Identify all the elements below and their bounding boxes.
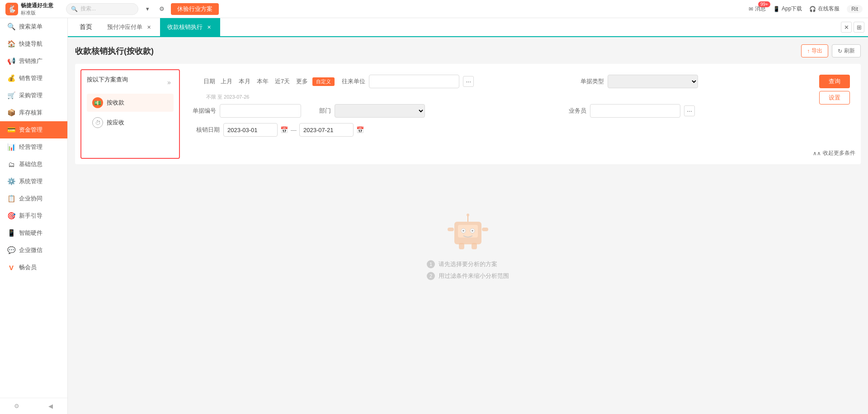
tab-writeoff-close[interactable]: ✕ [205,24,212,31]
counterparty-input[interactable] [369,75,459,88]
user-btn[interactable]: Rit [847,5,863,13]
sidebar-label-purchase: 采购管理 [19,91,42,100]
topbar-settings-btn[interactable]: ⚙ [156,4,167,14]
doctype-label: 单据类型 [580,77,604,86]
docno-form-item: 单据编号 [193,104,301,118]
newbie-icon: 🎯 [7,212,15,220]
date-this-year[interactable]: 本年 [255,76,270,86]
topbar: 🐇 畅捷通好生意 标准版 🔍 搜索... ▾ ⚙ 休验行业方案 ✉ 消息 99+… [0,0,868,18]
hint-num-1: 1 [427,260,435,268]
empty-hint-1: 1 请先选择要分析的方案 [427,260,509,268]
counterparty-ellipsis-btn[interactable]: ··· [463,76,474,87]
date-this-month[interactable]: 本月 [237,76,252,86]
sidebar-label-collab: 企业协同 [19,195,42,203]
writeoff-start-date[interactable]: 2023-03-01 [223,123,278,137]
staff-form-item: 业务员 ··· [564,104,812,118]
filter-option-by-receipt[interactable]: 💵 按收款 [87,94,174,112]
dept-label: 部门 [308,107,331,115]
hint-text-2: 用过滤条件来缩小分析范围 [439,272,509,280]
sidebar-item-purchase[interactable]: 🛒 采购管理 [0,87,67,104]
filter-collapse-btn[interactable]: » [165,78,174,87]
page-actions: ↑ 导出 ↻ 刷新 [801,44,861,57]
sidebar-item-finance[interactable]: 💳 资金管理 [0,121,67,138]
staff-label: 业务员 [564,107,586,115]
collapse-more-label: 收起更多条件 [823,149,855,157]
sidebar-item-newbie[interactable]: 🎯 新手引导 [0,207,67,224]
sidebar-settings-btn[interactable]: ⚙ [0,398,34,414]
sidebar-item-basic[interactable]: 🗂 基础信息 [0,156,67,173]
tab-maximize-btn[interactable]: ⊞ [854,22,864,33]
system-icon: ⚙️ [7,177,15,186]
staff-ellipsis-btn[interactable]: ··· [684,105,695,116]
topbar-search-box[interactable]: 🔍 搜索... [66,3,138,15]
date-last-month[interactable]: 上月 [219,76,234,86]
sidebar-item-search[interactable]: 🔍 搜索菜单 [0,18,67,35]
finance-icon: 💳 [7,126,15,134]
writeoff-end-date[interactable]: 2023-07-21 [299,123,354,137]
sidebar-item-wechat[interactable]: 💬 企业微信 [0,242,67,259]
sidebar-label-inventory: 库存核算 [19,109,42,117]
counterparty-form-item: 往来单位 ··· [342,75,573,88]
dept-select[interactable] [335,104,425,118]
docno-input[interactable] [220,104,301,118]
sidebar-item-member[interactable]: V 畅会员 [0,259,67,276]
sidebar-item-system[interactable]: ⚙️ 系统管理 [0,173,67,190]
app-download-btn[interactable]: 📱 App下载 [773,5,802,13]
query-button[interactable]: 查询 [819,75,850,88]
writeoff-end-calendar-icon[interactable]: 📅 [356,126,364,133]
tab-close-all-btn[interactable]: ✕ [841,22,852,33]
sidebar-item-collab[interactable]: 📋 企业协同 [0,190,67,207]
tab-prepay[interactable]: 预付冲应付单 ✕ [100,18,160,36]
tab-writeoff[interactable]: 收款核销执行 ✕ [160,18,220,36]
sidebar-label-system: 系统管理 [19,177,42,186]
sidebar-item-marketing[interactable]: 📢 营销推广 [0,52,67,70]
filter-panel-title: 按以下方案查询 [87,76,128,84]
edition-label: 标准版 [21,10,53,16]
sidebar-item-sales[interactable]: 💰 销售管理 [0,70,67,87]
online-service-btn[interactable]: 🎧 在线客服 [809,5,840,13]
date-last-7days[interactable]: 近7天 [273,76,292,86]
collapse-chevron-icon: ∧∧ [813,150,821,157]
sidebar-label-member: 畅会员 [19,263,37,271]
dropdown-btn[interactable]: ▾ [142,4,153,14]
sidebar-item-inventory[interactable]: 📦 库存核算 [0,104,67,121]
svg-rect-8 [459,243,464,249]
writeoff-start-calendar-icon[interactable]: 📅 [280,126,288,133]
marketing-icon: 📢 [7,57,15,65]
refresh-icon: ↻ [838,48,842,54]
date-custom-badge[interactable]: 自定义 [312,77,335,86]
date-dash: — [291,127,297,133]
user-label: Rit [851,6,858,12]
date-more[interactable]: 更多 [294,76,310,86]
sidebar-item-operation[interactable]: 📊 经营管理 [0,138,67,156]
hint-text-1: 请先选择要分析的方案 [439,260,497,268]
staff-input[interactable] [590,104,680,118]
content-area: 收款核销执行(按收款) ↑ 导出 ↻ 刷新 [68,37,868,414]
tab-actions: ✕ ⊞ [837,18,868,36]
sidebar-item-hardware[interactable]: 📱 智能硬件 [0,224,67,242]
refresh-button[interactable]: ↻ 刷新 [832,44,861,57]
message-btn[interactable]: ✉ 消息 99+ [749,5,766,13]
settings-button[interactable]: 设置 [819,91,850,105]
search-form-wrapper: 日期 上月 本月 本年 近7天 更多 自定义 [185,69,855,159]
sidebar-collapse-btn[interactable]: ◀ [34,398,68,414]
solution-button[interactable]: 休验行业方案 [171,3,219,15]
tab-prepay-close[interactable]: ✕ [145,24,152,31]
sidebar-label-wechat: 企业微信 [19,246,42,254]
doctype-select[interactable] [608,75,698,88]
collapse-more-btn[interactable]: ∧∧ 收起更多条件 [185,148,855,159]
tab-spacer [220,18,837,36]
sidebar-label-quicknav: 快捷导航 [19,40,42,48]
tab-home[interactable]: 首页 [72,18,100,36]
filter-option-label-receivable: 按应收 [107,119,124,127]
sidebar-item-quicknav[interactable]: 🏠 快捷导航 [0,35,67,52]
export-button[interactable]: ↑ 导出 [801,44,828,57]
search-layout: 按以下方案查询 » 💵 按收款 ⏱ 按应收 [80,69,855,159]
svg-point-5 [472,230,473,232]
filter-option-by-receivable[interactable]: ⏱ 按应收 [87,114,174,132]
tab-writeoff-label: 收款核销执行 [167,23,203,31]
topbar-center: 🔍 搜索... ▾ ⚙ 休验行业方案 [57,3,745,15]
sidebar-label-operation: 经营管理 [19,143,42,151]
search-row-3: 核销日期 2023-03-01 📅 — [193,123,812,137]
writeoff-date-form-item: 核销日期 2023-03-01 📅 — [193,123,364,137]
